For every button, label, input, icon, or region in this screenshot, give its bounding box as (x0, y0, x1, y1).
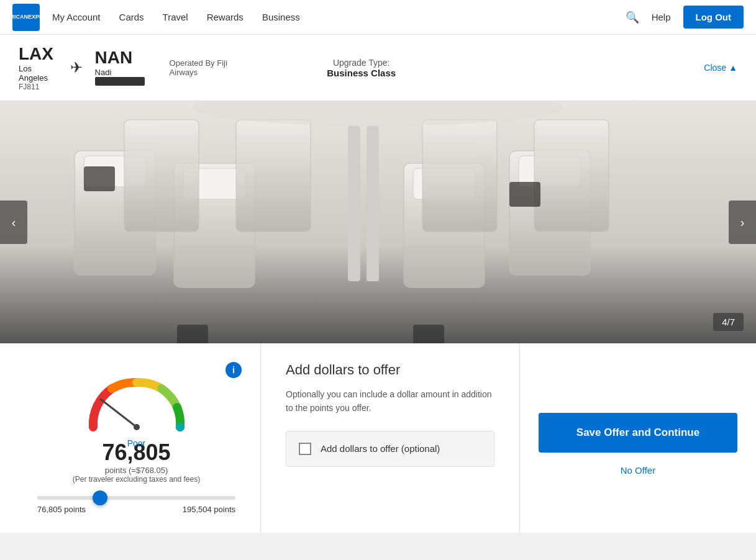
add-dollars-checkbox-label: Add dollars to offer (optional) (321, 443, 440, 454)
slider-track (37, 496, 235, 500)
help-link[interactable]: Help (652, 12, 671, 22)
svg-point-22 (134, 424, 140, 430)
points-note: (Per traveler excluding taxes and fees) (73, 475, 200, 484)
points-equals: points (=$768.05) (105, 466, 168, 475)
svg-rect-7 (367, 126, 379, 281)
flight-number-redacted (95, 77, 145, 86)
slider-min-label: 76,805 points (37, 505, 86, 514)
dest-info: NAN Nadi (95, 48, 145, 88)
nav-right: 🔍 Help Log Out (626, 6, 744, 29)
add-dollars-description: Optionally you can include a dollar amou… (286, 387, 494, 415)
logout-button[interactable]: Log Out (683, 6, 744, 29)
points-slider-container: 76,805 points 195,504 points (31, 496, 242, 514)
nav-business[interactable]: Business (262, 12, 300, 22)
add-dollars-panel: Add dollars to offer Optionally you can … (261, 343, 520, 533)
close-button[interactable]: Close ▲ (704, 63, 737, 73)
nav-my-account[interactable]: My Account (52, 12, 101, 22)
gauge-svg (81, 371, 193, 433)
add-dollars-checkbox[interactable] (299, 443, 311, 455)
carousel-prev-button[interactable]: ‹ (0, 201, 27, 244)
svg-rect-14 (422, 120, 497, 232)
nav-travel[interactable]: Travel (163, 12, 188, 22)
logo-line2: EXPRESS (28, 14, 55, 20)
svg-rect-13 (236, 120, 311, 232)
logo-line1: AMERICAN (0, 14, 28, 20)
carousel-next-button[interactable]: › (729, 201, 756, 244)
svg-rect-17 (509, 182, 540, 207)
dest-city: Nadi (95, 68, 145, 77)
upgrade-type: Upgrade Type: Business Class (247, 58, 476, 78)
dest-code: NAN (95, 48, 145, 68)
navigation: AMERICAN EXPRESS My Account Cards Travel… (0, 0, 756, 35)
slider-labels: 76,805 points 195,504 points (37, 505, 235, 514)
gauge-meter: Poor (81, 371, 193, 433)
slider-max-label: 195,504 points (183, 505, 235, 514)
close-label: Close (704, 63, 726, 73)
origin-city: Los Angeles (19, 64, 58, 83)
amex-logo: AMERICAN EXPRESS (12, 4, 40, 31)
flight-info-bar: LAX Los Angeles FJ811 ✈ NAN Nadi Operate… (0, 35, 756, 101)
nav-cards[interactable]: Cards (119, 12, 144, 22)
upgrade-type-label: Upgrade Type: (247, 58, 476, 68)
svg-rect-16 (84, 166, 115, 191)
origin-code: LAX (19, 44, 58, 64)
add-dollars-checkbox-row[interactable]: Add dollars to offer (optional) (286, 431, 494, 467)
add-dollars-title: Add dollars to offer (286, 362, 494, 378)
slider-fill (37, 496, 97, 500)
points-panel: i Poor 76,8 (0, 343, 261, 533)
save-offer-button[interactable]: Save Offer and Continue (539, 413, 737, 453)
svg-rect-15 (534, 120, 609, 232)
nav-rewards[interactable]: Rewards (207, 12, 244, 22)
nav-links: My Account Cards Travel Rewards Business (52, 12, 626, 22)
prev-arrow-icon: ‹ (12, 215, 16, 230)
next-arrow-icon: › (740, 215, 745, 230)
close-arrow-icon: ▲ (729, 63, 737, 73)
actions-panel: Save Offer and Continue No Offer (520, 343, 756, 533)
svg-line-21 (101, 399, 137, 427)
no-offer-link[interactable]: No Offer (621, 465, 655, 476)
svg-rect-12 (124, 120, 199, 232)
image-carousel: ‹ › 4/7 (0, 101, 756, 343)
upgrade-type-value: Business Class (247, 68, 476, 78)
carousel-counter: 4/7 (713, 313, 744, 331)
svg-rect-18 (177, 325, 208, 343)
cabin-image (0, 101, 756, 343)
flight-number: FJ811 (19, 83, 58, 91)
gauge-label: Poor (81, 438, 193, 448)
svg-rect-6 (348, 126, 360, 281)
search-icon[interactable]: 🔍 (626, 11, 639, 24)
bottom-section: i Poor 76,8 (0, 343, 756, 533)
svg-rect-19 (413, 325, 444, 343)
flight-route: LAX Los Angeles FJ811 ✈ NAN Nadi Operate… (19, 44, 247, 91)
info-icon[interactable]: i (225, 362, 242, 378)
origin-info: LAX Los Angeles FJ811 (19, 44, 58, 91)
cabin-svg (0, 101, 756, 343)
slider-thumb[interactable] (93, 490, 107, 505)
plane-icon: ✈ (70, 59, 83, 76)
operated-by: Operated By Fiji Airways (170, 58, 247, 77)
